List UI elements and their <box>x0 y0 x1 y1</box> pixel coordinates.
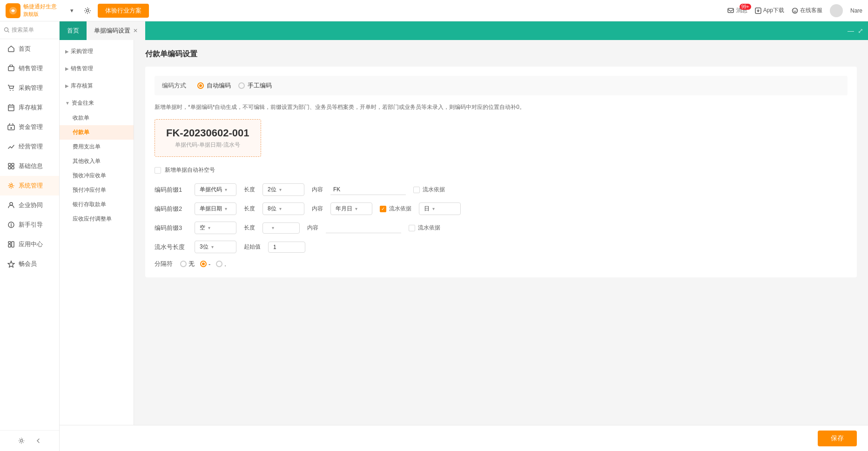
online-service-btn[interactable]: 在线客服 <box>792 7 822 14</box>
prefix2-watermark-item: ✓ 流水依据 <box>380 205 411 213</box>
username: Nare <box>850 7 862 14</box>
svg-point-10 <box>13 90 13 91</box>
sidebar-item-enterprise[interactable]: 企业协同 <box>0 195 59 215</box>
sidebar-item-guide[interactable]: 新手引导 <box>0 215 59 235</box>
preview-desc: 单据代码-单据日期-流水号 <box>166 141 249 149</box>
sidebar-item-home[interactable]: 首页 <box>0 39 59 59</box>
prefix2-watermark-checkbox[interactable]: ✓ <box>380 206 386 212</box>
sub-menu-item-adjustment[interactable]: 应收应付调整单 <box>60 212 134 226</box>
tab-close-btn[interactable]: ✕ <box>133 27 138 34</box>
separator-row: 分隔符 无 - . <box>155 260 848 268</box>
tab-encoding[interactable]: 单据编码设置 ✕ <box>87 21 145 40</box>
sep-dash-dot <box>200 261 207 267</box>
svg-point-17 <box>10 185 13 187</box>
logo-text: 畅捷通好生意 <box>23 3 57 11</box>
sidebar-search[interactable]: 搜索菜单 <box>0 21 59 39</box>
sub-menu-item-other-income[interactable]: 其他收入单 <box>60 154 134 168</box>
prefix1-watermark-checkbox[interactable] <box>413 187 420 193</box>
tab-home[interactable]: 首页 <box>60 21 87 40</box>
header-right: 消息 99+ App下载 在线客服 Nare <box>727 4 862 17</box>
svg-point-4 <box>792 8 797 13</box>
svg-rect-13 <box>8 163 11 166</box>
sub-menu-header-finance[interactable]: ▼ 资金往来 <box>60 95 134 111</box>
content-area: 首页 单据编码设置 ✕ — ⤢ ▶ 采购管理 <box>60 21 868 451</box>
svg-point-23 <box>20 440 22 442</box>
tab-minimize-btn[interactable]: — <box>848 27 854 34</box>
sub-menu-item-receipt[interactable]: 收款单 <box>60 111 134 125</box>
tab-bar: 首页 单据编码设置 ✕ — ⤢ <box>60 21 868 40</box>
sub-menu-item-prepay-pay[interactable]: 预付冲应付单 <box>60 183 134 197</box>
auto-fill-checkbox[interactable] <box>155 167 161 174</box>
bottom-bar: 保存 <box>60 425 868 451</box>
prefix3-content-label: 内容 <box>307 224 318 232</box>
app-download-btn[interactable]: App下载 <box>755 7 784 14</box>
user-avatar[interactable] <box>830 4 843 17</box>
radio-auto[interactable]: 自动编码 <box>197 81 231 90</box>
auto-fill-row: 新增单据自动补空号 <box>155 166 848 174</box>
sub-menu-item-expense[interactable]: 费用支出单 <box>60 140 134 154</box>
sidebar-item-sales[interactable]: 销售管理 <box>0 59 59 78</box>
message-btn[interactable]: 消息 99+ <box>727 7 747 14</box>
svg-rect-16 <box>12 167 14 169</box>
logo-sub: 旗舰版 <box>23 11 57 18</box>
svg-point-6 <box>795 10 796 11</box>
prefix3-watermark-checkbox[interactable] <box>409 225 415 231</box>
prefix2-watermark-label: 流水依据 <box>389 205 411 213</box>
sidebar-item-member[interactable]: 畅会员 <box>0 254 59 274</box>
sep-none[interactable]: 无 <box>180 260 195 268</box>
prefix2-select[interactable]: 单据日期 ▾ <box>195 202 236 215</box>
prefix1-watermark-label: 流水依据 <box>423 186 445 194</box>
sidebar: 搜索菜单 首页 销售管理 采购管理 库存核算 资金管理 经营管理 <box>0 21 60 451</box>
sep-dash[interactable]: - <box>200 261 210 268</box>
prefix1-length-select[interactable]: 2位 ▾ <box>262 183 304 196</box>
save-button[interactable]: 保存 <box>818 431 857 446</box>
sidebar-item-basic[interactable]: 基础信息 <box>0 156 59 176</box>
tab-expand-btn[interactable]: ⤢ <box>858 27 863 34</box>
svg-rect-22 <box>8 242 11 243</box>
settings-btn[interactable] <box>81 4 94 17</box>
sidebar-collapse-btn[interactable] <box>32 434 45 447</box>
sidebar-settings-btn[interactable] <box>15 434 28 447</box>
sidebar-item-appstore[interactable]: 应用中心 <box>0 235 59 254</box>
serial-length-select[interactable]: 3位 ▾ <box>195 241 236 253</box>
sidebar-item-business[interactable]: 经营管理 <box>0 137 59 156</box>
start-value-input[interactable] <box>268 242 305 253</box>
sub-menu-item-prepay-collect[interactable]: 预收冲应收单 <box>60 168 134 183</box>
sub-menu-group-purchase: ▶ 采购管理 <box>60 44 134 59</box>
preview-box: FK-20230602-001 单据代码-单据日期-流水号 <box>155 119 261 157</box>
sidebar-item-finance[interactable]: 资金管理 <box>0 117 59 137</box>
sep-dot[interactable]: . <box>216 261 226 268</box>
radio-dot-auto <box>197 82 204 89</box>
sidebar-item-inventory[interactable]: 库存核算 <box>0 98 59 117</box>
svg-rect-2 <box>728 8 733 13</box>
sub-menu-item-payment[interactable]: 付款单 <box>60 125 134 140</box>
sub-menu-item-bank-deposit[interactable]: 银行存取款单 <box>60 197 134 212</box>
app-logo-icon <box>6 3 20 18</box>
prefix2-length-select[interactable]: 8位 ▾ <box>262 202 304 215</box>
main-layout: 搜索菜单 首页 销售管理 采购管理 库存核算 资金管理 经营管理 <box>0 21 868 451</box>
prefix1-content-input[interactable] <box>330 184 406 195</box>
sidebar-item-purchase[interactable]: 采购管理 <box>0 78 59 98</box>
prefix3-watermark-item: 流水依据 <box>409 224 440 232</box>
prefix3-select[interactable]: 空 ▾ <box>195 222 236 234</box>
sidebar-item-system[interactable]: 系统管理 <box>0 176 59 195</box>
top-header: 畅捷通好生意 旗舰版 ▾ 体验行业方案 消息 99+ App下载 在线客服 Na… <box>0 0 868 21</box>
prefix1-select[interactable]: 单据代码 ▾ <box>195 183 236 196</box>
prefix2-content-select[interactable]: 年月日 ▾ <box>330 202 372 215</box>
svg-point-18 <box>10 202 13 205</box>
dropdown-btn[interactable]: ▾ <box>66 5 77 16</box>
sub-menu-header-sales[interactable]: ▶ 销售管理 <box>60 61 134 76</box>
prefix2-unit-select[interactable]: 日 ▾ <box>419 202 461 215</box>
sub-menu-header-purchase[interactable]: ▶ 采购管理 <box>60 44 134 59</box>
radio-manual[interactable]: 手工编码 <box>238 81 272 90</box>
svg-point-1 <box>87 9 89 12</box>
sep-dot-dot <box>216 261 222 267</box>
prefix3-length-select[interactable]: ▾ <box>262 222 300 234</box>
info-text: 新增单据时，*单据编码*自动生成，不可编辑，前缀设置为部门、业务员等档案类，开单… <box>155 103 848 112</box>
svg-rect-14 <box>12 163 14 166</box>
prefix1-content-label: 内容 <box>312 186 323 194</box>
header-middle: ▾ 体验行业方案 <box>66 4 722 18</box>
prefix3-content-input[interactable] <box>326 222 401 233</box>
trial-btn[interactable]: 体验行业方案 <box>98 4 149 18</box>
sub-menu-header-inventory[interactable]: ▶ 库存核算 <box>60 78 134 94</box>
